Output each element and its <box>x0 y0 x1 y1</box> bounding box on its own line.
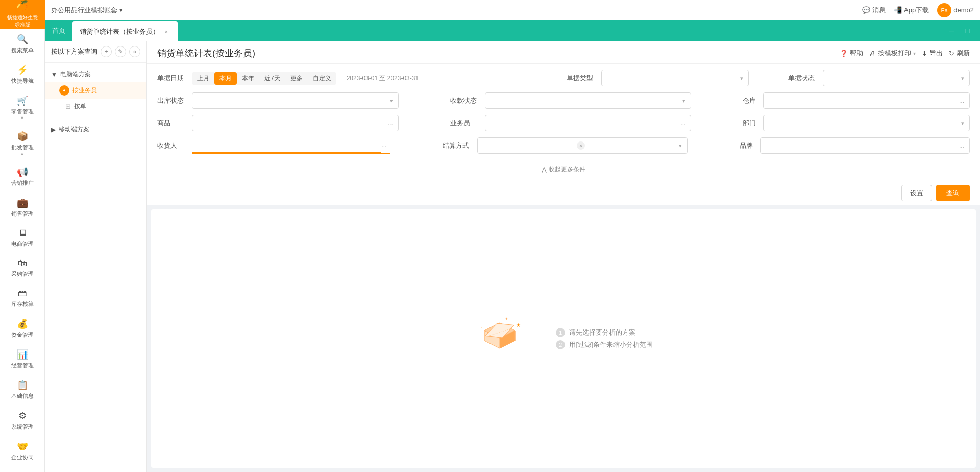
receive-status-select[interactable]: ▾ <box>485 92 692 109</box>
print-btn[interactable]: 🖨 按模板打印 ▾ <box>869 49 916 58</box>
salesperson-select[interactable]: ... <box>485 115 692 131</box>
product-select[interactable]: ... <box>192 115 399 131</box>
tab-minimize-btn[interactable]: ─ <box>945 25 958 37</box>
salesperson-more-icon[interactable]: ... <box>680 120 685 127</box>
sidebar-item-marketing[interactable]: 📢 营销推广 <box>0 161 44 192</box>
breadcrumb-dropdown[interactable]: 办公用品行业模拟账套 ▾ <box>51 6 123 15</box>
date-more-btn[interactable]: 更多 <box>285 72 308 85</box>
print-arrow-icon: ▾ <box>913 51 916 56</box>
sidebar-item-guide[interactable]: 🎓 新手引导 <box>0 466 44 472</box>
msg-btn[interactable]: 💬 消息 <box>862 6 886 15</box>
print-icon: 🖨 <box>869 50 876 57</box>
page-actions: ❓ 帮助 🖨 按模板打印 ▾ ⬇ 导出 ↻ 刷新 <box>840 49 970 58</box>
tab-home[interactable]: 首页 <box>45 20 72 41</box>
department-select[interactable]: ▾ <box>763 115 970 131</box>
date-this-month-btn[interactable]: 本月 <box>214 72 237 85</box>
settlement-select[interactable]: × ▾ <box>477 137 687 154</box>
collapse-conditions-btn[interactable]: ⋀ 收起更多条件 <box>531 162 596 177</box>
refresh-label: 刷新 <box>957 49 970 58</box>
product-more-icon[interactable]: ... <box>388 120 393 127</box>
content-area: 按以下方案查询 + ✎ « ▼ 电脑端方案 ● 按业务员 <box>45 41 980 472</box>
sidebar-item-ecommerce[interactable]: 🖥 电商管理 <box>0 223 44 253</box>
sidebar-item-enterprise[interactable]: 🤝 企业协同 <box>0 436 44 466</box>
doc-status-label: 单据状态 <box>788 74 817 83</box>
search-icon: 🔍 <box>17 34 28 45</box>
sidebar-item-search[interactable]: 🔍 搜索菜单 <box>0 29 44 59</box>
tip-text-2: 用[过滤]条件来缩小分析范围 <box>569 340 652 349</box>
tip-num-1: 1 <box>556 328 565 337</box>
edit-scheme-btn[interactable]: ✎ <box>115 46 126 57</box>
sidebar-item-operation[interactable]: 📊 经营管理 <box>0 344 44 374</box>
user-menu[interactable]: Ea demo2 <box>937 3 974 17</box>
export-icon: ⬇ <box>922 50 927 57</box>
operation-icon: 📊 <box>17 349 28 360</box>
empty-tip-row-2: 2 用[过滤]条件来缩小分析范围 <box>556 340 652 349</box>
tab-close-icon[interactable]: × <box>162 28 170 36</box>
tip-text-1: 请先选择要分析的方案 <box>569 328 635 337</box>
sidebar-item-wholesale[interactable]: 📦 批发管理 ▲ <box>0 126 44 161</box>
date-this-year-btn[interactable]: 本年 <box>237 72 259 85</box>
date-custom-btn[interactable]: 自定义 <box>308 72 336 85</box>
receive-status-label: 收款状态 <box>450 96 479 105</box>
sidebar-item-finance[interactable]: 💰 资金管理 <box>0 313 44 344</box>
tab-actions: ─ □ <box>945 25 980 37</box>
app-download-btn[interactable]: 📲 App下载 <box>894 6 929 15</box>
out-status-select[interactable]: ▾ <box>192 92 399 109</box>
tab-sales-stats[interactable]: 销货单统计表（按业务员） × <box>72 21 178 42</box>
refresh-icon: ↻ <box>949 50 954 57</box>
pc-schema-section: ▼ 电脑端方案 ● 按业务员 ⊞ 按单 <box>45 63 146 118</box>
sidebar-item-purchase[interactable]: 🛍 采购管理 <box>0 253 44 283</box>
doc-status-select[interactable]: ▾ <box>823 70 970 86</box>
scheme-by-order[interactable]: ⊞ 按单 <box>45 99 146 114</box>
add-scheme-btn[interactable]: + <box>101 46 112 57</box>
warehouse-select[interactable]: ... <box>763 92 970 109</box>
tab-maximize-btn[interactable]: □ <box>962 25 974 37</box>
sidebar: 🍊 畅捷通好生意 标准版 🔍 搜索菜单 ⚡ 快捷导航 🛒 零售管理 ▼ 📦 批发… <box>0 0 45 472</box>
doc-status-arrow-icon: ▾ <box>961 75 964 82</box>
sidebar-item-shortcut[interactable]: ⚡ 快捷导航 <box>0 59 44 90</box>
refresh-btn[interactable]: ↻ 刷新 <box>949 49 970 58</box>
filter-area: 单据日期 上月 本月 本年 近7天 更多 自定义 2023-03-01 至 20… <box>147 64 980 185</box>
settlement-clear-icon[interactable]: × <box>577 141 585 150</box>
pc-section-title[interactable]: ▼ 电脑端方案 <box>45 67 146 82</box>
sidebar-operation-label: 经营管理 <box>11 362 34 369</box>
empty-tip-row-1: 1 请先选择要分析的方案 <box>556 328 652 337</box>
query-button[interactable]: 查询 <box>936 185 970 201</box>
filter-row-2: 出库状态 ▾ 收款状态 ▾ 仓库 ... <box>157 92 970 109</box>
inventory-icon: 🗃 <box>18 288 27 299</box>
avatar-initials: Ea <box>941 7 948 13</box>
sidebar-item-basic[interactable]: 📋 基础信息 <box>0 374 44 405</box>
filter-row-4: 收货人 ... 结算方式 × ▾ 品牌 <box>157 137 970 154</box>
filter-row-1: 单据日期 上月 本月 本年 近7天 更多 自定义 2023-03-01 至 20… <box>157 70 970 86</box>
brand-select[interactable]: ... <box>760 137 970 154</box>
pc-section-arrow: ▼ <box>51 71 57 78</box>
print-label: 按模板打印 <box>878 49 911 58</box>
mobile-schema-section: ▶ 移动端方案 <box>45 118 146 141</box>
receiver-more-icon[interactable]: ... <box>381 141 390 149</box>
sidebar-item-system[interactable]: ⚙ 系统管理 <box>0 405 44 436</box>
collapse-row: ⋀ 收起更多条件 <box>157 160 970 179</box>
msg-icon: 💬 <box>862 6 870 14</box>
receiver-input[interactable] <box>192 137 381 153</box>
collapse-panel-btn[interactable]: « <box>129 46 140 57</box>
settings-button[interactable]: 设置 <box>901 185 932 201</box>
tip-num-2: 2 <box>556 340 565 349</box>
scheme-salesperson[interactable]: ● 按业务员 <box>45 82 146 99</box>
export-btn[interactable]: ⬇ 导出 <box>922 49 943 58</box>
sidebar-inventory-label: 库存核算 <box>11 300 34 308</box>
doc-type-select[interactable]: ▾ <box>601 70 748 86</box>
warehouse-more-icon[interactable]: ... <box>959 97 964 104</box>
brand-more-icon[interactable]: ... <box>959 142 964 149</box>
sidebar-sales-label: 销售管理 <box>11 210 34 218</box>
sidebar-retail-label: 零售管理 <box>11 108 34 115</box>
sidebar-item-inventory[interactable]: 🗃 库存核算 <box>0 283 44 313</box>
mobile-section-title[interactable]: ▶ 移动端方案 <box>45 122 146 137</box>
doc-type-arrow-icon: ▾ <box>740 75 743 82</box>
empty-row-wrap: ★ ✦ · 1 请先选择要分析的方案 <box>474 313 652 365</box>
sidebar-item-sales[interactable]: 💼 销售管理 <box>0 192 44 223</box>
help-btn[interactable]: ❓ 帮助 <box>840 49 863 58</box>
date-last7-btn[interactable]: 近7天 <box>259 72 285 85</box>
sidebar-item-retail[interactable]: 🛒 零售管理 ▼ <box>0 90 44 126</box>
filter-row-3: 商品 ... 业务员 ... 部门 ▾ <box>157 115 970 131</box>
date-last-month-btn[interactable]: 上月 <box>192 72 214 85</box>
